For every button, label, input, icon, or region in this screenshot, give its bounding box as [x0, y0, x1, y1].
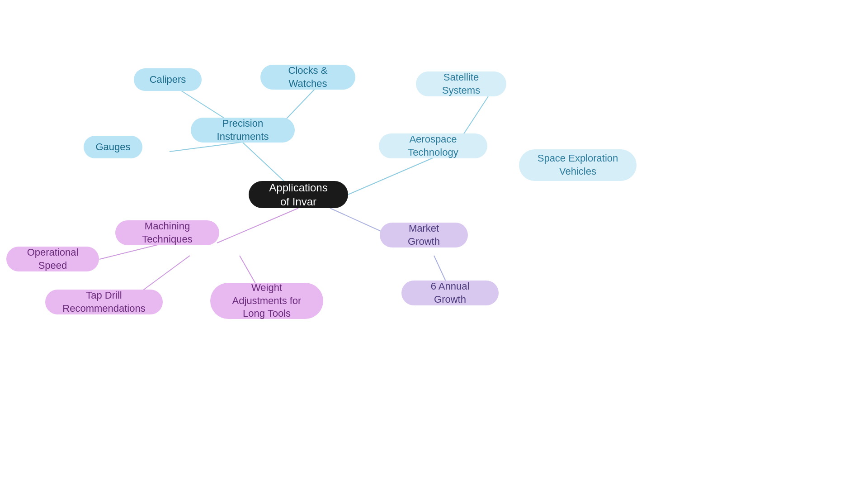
weight-adjustments-node: Weight Adjustments for Long Tools	[210, 283, 323, 319]
satellite-systems-node: Satellite Systems	[416, 71, 506, 96]
clocks-watches-node: Clocks & Watches	[260, 65, 355, 90]
operational-speed-node: Operational Speed	[6, 247, 99, 271]
tap-drill-node: Tap Drill Recommendations	[45, 290, 163, 314]
annual-growth-node: 6 Annual Growth	[401, 281, 499, 305]
gauges-node: Gauges	[84, 136, 142, 158]
svg-line-7	[217, 208, 298, 243]
market-growth-node: Market Growth	[380, 223, 468, 247]
space-exploration-node: Space Exploration Vehicles	[519, 149, 637, 181]
precision-instruments-node: Precision Instruments	[191, 118, 295, 143]
calipers-node: Calipers	[134, 68, 202, 91]
aerospace-technology-node: Aerospace Technology	[379, 133, 487, 158]
center-node: Applications of Invar	[249, 181, 348, 208]
machining-techniques-node: Machining Techniques	[115, 220, 219, 245]
svg-line-4	[348, 157, 434, 195]
svg-line-3	[170, 142, 243, 152]
